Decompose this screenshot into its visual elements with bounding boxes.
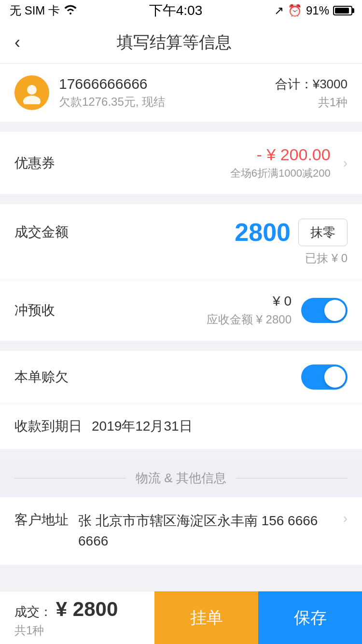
page-title: 填写结算等信息 <box>30 31 319 54</box>
customer-phone: 17666666666 <box>59 76 165 92</box>
divider-3 <box>0 341 362 351</box>
deal-amount-row: 成交金额 2800 抹零 <box>14 218 348 247</box>
chevron-right-icon: › <box>343 155 348 171</box>
precharge-row: 冲预收 ¥ 0 应收金额 ¥ 2800 <box>14 294 348 327</box>
alarm-icon: ⏰ <box>288 4 302 17</box>
deal-amount-value: 2800 <box>235 218 291 247</box>
status-time: 下午4:03 <box>149 1 203 20</box>
coupon-right: - ¥ 200.00 全场6折满1000减200 › <box>230 145 348 181</box>
status-bar: 无 SIM 卡 下午4:03 ↗ ⏰ 91% <box>0 0 362 21</box>
save-button[interactable]: 保存 <box>258 591 362 644</box>
coupon-value: - ¥ 200.00 全场6折满1000减200 <box>230 145 331 181</box>
logistics-line-left <box>14 478 126 478</box>
precharge-amount: ¥ 0 <box>207 294 292 309</box>
precharge-label: 冲预收 <box>14 301 55 320</box>
logistics-line-right <box>236 478 348 478</box>
battery-percent: 91% <box>306 4 329 17</box>
precharge-values: ¥ 0 应收金额 ¥ 2800 <box>207 294 292 327</box>
nav-bar: ‹ 填写结算等信息 <box>0 21 362 64</box>
toggle-knob <box>324 300 346 321</box>
logistics-title: 物流 & 其他信息 <box>126 470 236 487</box>
avatar <box>14 75 49 110</box>
debt-toggle[interactable] <box>301 364 348 390</box>
total-count: 共1种 <box>275 95 348 110</box>
back-button[interactable]: ‹ <box>14 32 30 53</box>
svg-point-0 <box>27 85 37 95</box>
status-left: 无 SIM 卡 <box>10 3 77 18</box>
precharge-toggle[interactable] <box>301 298 348 323</box>
footer-deal-amount: ¥ 2800 <box>56 598 118 621</box>
coupon-amount: - ¥ 200.00 <box>230 145 331 164</box>
footer-bar: 成交： ¥ 2800 共1种 挂单 保存 <box>0 591 362 644</box>
customer-right: 合计：¥3000 共1种 <box>275 76 348 110</box>
deal-sub: 已抹 ¥ 0 <box>14 251 348 266</box>
total-label: 合计：¥3000 <box>275 76 348 93</box>
address-label: 客户地址 <box>14 511 69 529</box>
footer-deal-label: 成交： <box>14 604 52 619</box>
battery-icon <box>333 6 352 15</box>
divider-1 <box>0 122 362 132</box>
customer-debt: 欠款1276.35元, 现结 <box>59 94 165 110</box>
precharge-section: 冲预收 ¥ 0 应收金额 ¥ 2800 <box>0 280 362 341</box>
footer-actions: 挂单 保存 <box>154 591 362 644</box>
chevron-right-icon-address: › <box>343 511 348 526</box>
coupon-row[interactable]: 优惠券 - ¥ 200.00 全场6折满1000减200 › <box>0 132 362 195</box>
coupon-label: 优惠券 <box>14 154 55 172</box>
footer-deal-line: 成交： ¥ 2800 <box>14 598 140 621</box>
footer-count: 共1种 <box>14 623 140 638</box>
due-date-value: 2019年12月31日 <box>92 417 193 435</box>
round-off-button[interactable]: 抹零 <box>298 219 348 246</box>
debt-toggle-knob <box>324 366 346 388</box>
due-date-section: 收款到期日 2019年12月31日 <box>0 404 362 449</box>
deal-amount-label: 成交金额 <box>14 223 69 241</box>
customer-card: 17666666666 欠款1276.35元, 现结 合计：¥3000 共1种 <box>0 64 362 122</box>
customer-left: 17666666666 欠款1276.35元, 现结 <box>14 75 165 110</box>
precharge-right: ¥ 0 应收金额 ¥ 2800 <box>207 294 348 327</box>
debt-section: 本单赊欠 <box>0 351 362 404</box>
deal-amount-right: 2800 抹零 <box>235 218 348 247</box>
footer-summary: 成交： ¥ 2800 共1种 <box>0 598 154 638</box>
divider-2 <box>0 195 362 204</box>
coupon-desc: 全场6折满1000减200 <box>230 166 331 181</box>
svg-point-1 <box>23 96 41 104</box>
due-date-label: 收款到期日 <box>14 417 82 435</box>
divider-4 <box>0 449 362 459</box>
address-section[interactable]: 客户地址 张 北京市市辖区海淀区永丰南 156 6666 6666 › <box>0 497 362 565</box>
status-right: ↗ ⏰ 91% <box>274 4 352 17</box>
wifi-icon <box>64 4 77 17</box>
address-value: 张 北京市市辖区海淀区永丰南 156 6666 6666 <box>78 511 331 551</box>
address-chevron: › <box>338 511 348 526</box>
customer-info: 17666666666 欠款1276.35元, 现结 <box>59 76 165 110</box>
carrier-label: 无 SIM 卡 <box>10 3 60 18</box>
deal-amount-section: 成交金额 2800 抹零 已抹 ¥ 0 <box>0 204 362 280</box>
logistics-header: 物流 & 其他信息 <box>0 459 362 497</box>
debt-label: 本单赊欠 <box>14 368 69 386</box>
hold-button[interactable]: 挂单 <box>154 591 258 644</box>
location-icon: ↗ <box>274 4 284 17</box>
precharge-receivable: 应收金额 ¥ 2800 <box>207 312 292 327</box>
